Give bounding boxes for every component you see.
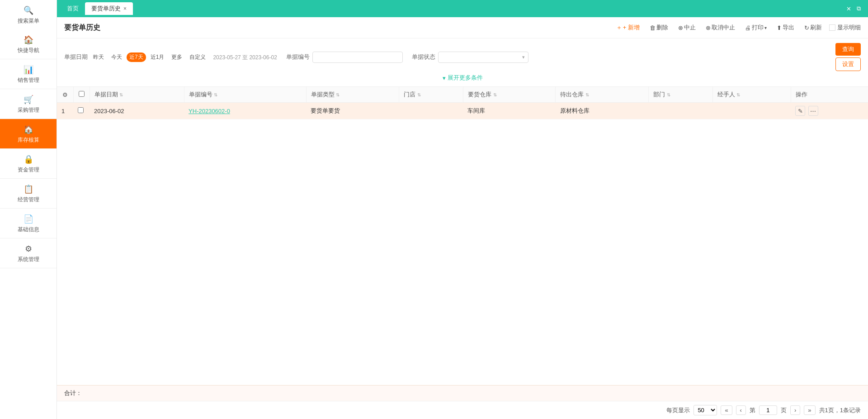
sidebar-item-operations[interactable]: 📋 经营管理 xyxy=(0,179,57,209)
inventory-icon: 🏠 xyxy=(24,124,33,134)
yesterday-btn[interactable]: 昨天 xyxy=(90,52,107,62)
date-buttons: 昨天 今天 近7天 近1月 更多 自定义 xyxy=(90,52,208,62)
doc-status-filter-group: 单据状态 ▾ xyxy=(412,52,528,63)
delete-button[interactable]: 🗑 删除 xyxy=(647,22,671,33)
window-restore-btn[interactable]: ⧉ xyxy=(857,5,861,12)
td-actions: ✎ ⋯ xyxy=(791,103,868,119)
th-pending-warehouse[interactable]: 待出仓库 ⇅ xyxy=(556,87,648,103)
sort-req-warehouse-icon: ⇅ xyxy=(493,92,497,97)
sort-doc-type-icon: ⇅ xyxy=(336,92,340,97)
th-checkbox[interactable] xyxy=(73,87,90,103)
query-buttons: 查询 设置 xyxy=(835,43,861,71)
total-info: 共1页，1条记录 xyxy=(819,406,861,414)
display-detail-checkbox[interactable] xyxy=(829,24,835,31)
th-req-warehouse[interactable]: 要货仓库 ⇅ xyxy=(463,87,556,103)
row-checkbox[interactable] xyxy=(78,107,84,113)
custom-btn[interactable]: 自定义 xyxy=(187,52,208,62)
refresh-button[interactable]: ↻ 刷新 xyxy=(802,22,825,33)
page-header: 要货单历史 ＋ + 新增 🗑 删除 ⊗ 中止 ⊗ 取消中止 xyxy=(57,17,868,38)
toolbar: ＋ + 新增 🗑 删除 ⊗ 中止 ⊗ 取消中止 🖨 打印 xyxy=(613,22,861,33)
td-doc-type: 要货单要货 xyxy=(306,103,399,119)
row-more-btn[interactable]: ⋯ xyxy=(808,106,818,116)
doc-no-link[interactable]: YH-20230602-0 xyxy=(189,108,230,114)
th-store[interactable]: 门店 ⇅ xyxy=(399,87,463,103)
td-handler xyxy=(712,103,791,119)
row-edit-btn[interactable]: ✎ xyxy=(795,106,805,116)
chevron-down-icon: ▾ xyxy=(443,75,446,81)
page-content: 要货单历史 ＋ + 新增 🗑 删除 ⊗ 中止 ⊗ 取消中止 xyxy=(57,17,868,419)
basic-info-icon: 📄 xyxy=(24,214,33,224)
tab-home[interactable]: 首页 xyxy=(61,2,85,15)
td-checkbox[interactable] xyxy=(73,103,90,119)
new-button[interactable]: ＋ + 新增 xyxy=(613,22,642,33)
th-doc-date[interactable]: 单据日期 ⇅ xyxy=(90,87,184,103)
sidebar-item-sales[interactable]: 📊 销售管理 xyxy=(0,59,57,89)
per-page-label: 每页显示 xyxy=(666,406,690,414)
sidebar-item-system[interactable]: ⚙ 系统管理 xyxy=(0,238,57,268)
doc-status-wrapper: ▾ xyxy=(438,52,528,63)
sidebar-item-finance[interactable]: 🔒 资金管理 xyxy=(0,149,57,179)
total-label: 合计： xyxy=(64,390,82,396)
th-settings[interactable]: ⚙ xyxy=(57,87,73,103)
date-filter-label: 单据日期 xyxy=(64,53,88,61)
export-icon: ⬆ xyxy=(777,24,782,31)
sidebar-item-purchase[interactable]: 🛒 采购管理 xyxy=(0,89,57,119)
refresh-icon: ↻ xyxy=(804,24,809,31)
table-row: 1 2023-06-02 YH-20230602-0 要货单要货 车间库 原材料… xyxy=(57,103,868,119)
prev-page-btn[interactable]: ‹ xyxy=(736,405,746,415)
chart-icon: 📊 xyxy=(24,65,33,75)
page-label: 第 xyxy=(750,406,755,414)
settings-button[interactable]: 设置 xyxy=(835,57,861,71)
operations-icon: 📋 xyxy=(24,184,33,194)
today-btn[interactable]: 今天 xyxy=(108,52,125,62)
print-button[interactable]: 🖨 打印 ▾ xyxy=(742,22,769,33)
query-button[interactable]: 查询 xyxy=(835,43,861,56)
td-num: 1 xyxy=(57,103,73,119)
export-button[interactable]: ⬆ 导出 xyxy=(774,22,797,33)
sort-doc-date-icon: ⇅ xyxy=(119,92,123,97)
page-title: 要货单历史 xyxy=(64,23,613,33)
sidebar-search[interactable]: 🔍 搜索菜单 xyxy=(0,0,57,29)
tab-requisition-label: 要货单历史 xyxy=(91,5,121,13)
th-department[interactable]: 部门 ⇅ xyxy=(648,87,712,103)
tab-close-icon[interactable]: × xyxy=(123,5,127,12)
stop-button[interactable]: ⊗ 中止 xyxy=(675,22,698,33)
gear-icon: ⚙ xyxy=(25,244,32,254)
print-icon: 🖨 xyxy=(745,24,751,31)
sidebar-item-quick-nav[interactable]: 🏠 快捷导航 xyxy=(0,29,57,59)
cart-icon: 🛒 xyxy=(24,95,33,105)
sort-pending-warehouse-icon: ⇅ xyxy=(585,92,589,97)
display-detail-toggle[interactable]: 显示明细 xyxy=(829,24,861,32)
cancel-stop-button[interactable]: ⊗ 取消中止 xyxy=(703,22,738,33)
last1month-btn[interactable]: 近1月 xyxy=(148,52,167,62)
last-page-btn[interactable]: » xyxy=(804,405,815,415)
doc-status-select[interactable] xyxy=(438,52,528,63)
th-doc-no[interactable]: 单据编号 ⇅ xyxy=(184,87,306,103)
first-page-btn[interactable]: « xyxy=(721,405,732,415)
next-page-btn[interactable]: › xyxy=(790,405,800,415)
tab-requisition-history[interactable]: 要货单历史 × xyxy=(85,2,133,15)
per-page-select[interactable]: 50 10 20 100 xyxy=(693,405,717,415)
tabs-bar-right: ✕ ⧉ xyxy=(846,5,864,12)
select-all-checkbox[interactable] xyxy=(79,91,85,97)
more-btn[interactable]: 更多 xyxy=(169,52,185,62)
date-filter-group: 单据日期 昨天 今天 近7天 近1月 更多 自定义 2023-05-27 至 2… xyxy=(64,52,277,62)
th-doc-type[interactable]: 单据类型 ⇅ xyxy=(306,87,399,103)
pagination: 每页显示 50 10 20 100 « ‹ 第 页 › » 共1页，1条记录 xyxy=(57,401,868,419)
tab-home-label: 首页 xyxy=(67,5,79,13)
td-department xyxy=(648,103,712,119)
doc-no-input[interactable] xyxy=(312,52,403,63)
sort-doc-no-icon: ⇅ xyxy=(214,92,217,97)
window-close-btn[interactable]: ✕ xyxy=(846,5,851,12)
last7days-btn[interactable]: 近7天 xyxy=(127,52,146,62)
th-actions: 操作 xyxy=(791,87,868,103)
expand-more-btn[interactable]: ▾ 展开更多条件 xyxy=(64,74,861,82)
page-unit: 页 xyxy=(781,406,787,414)
th-handler[interactable]: 经手人 ⇅ xyxy=(712,87,791,103)
sidebar-item-inventory[interactable]: 🏠 库存核算 xyxy=(0,119,57,149)
filter-row: 单据日期 昨天 今天 近7天 近1月 更多 自定义 2023-05-27 至 2… xyxy=(64,43,861,71)
td-doc-no[interactable]: YH-20230602-0 xyxy=(184,103,306,119)
sidebar-item-basic-info[interactable]: 📄 基础信息 xyxy=(0,209,57,238)
doc-no-filter-group: 单据编号 xyxy=(286,52,403,63)
page-input[interactable] xyxy=(759,405,777,415)
